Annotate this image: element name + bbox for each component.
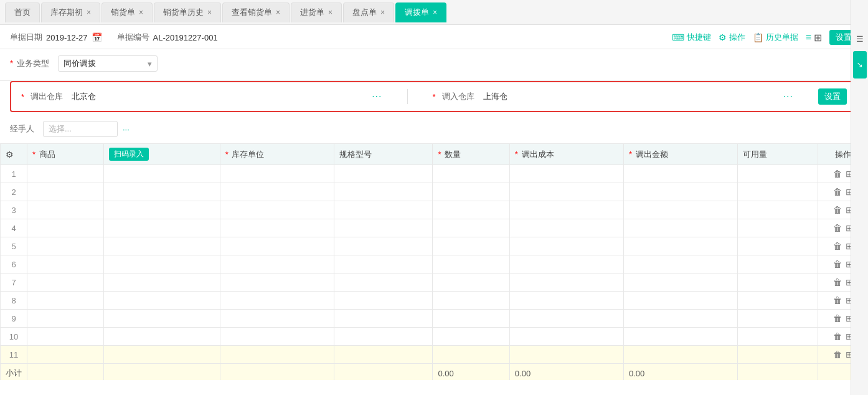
close-tab-sales-history[interactable]: ×: [207, 8, 212, 17]
cell-cost-2[interactable]: [509, 183, 623, 201]
cell-unit-8[interactable]: [220, 292, 334, 310]
tab-inventory-init[interactable]: 库存期初 ×: [41, 2, 100, 22]
cell-qty-9[interactable]: [433, 310, 509, 328]
cell-product-6[interactable]: [27, 255, 104, 274]
delete-icon-8[interactable]: 🗑: [833, 295, 842, 305]
tab-sales-history[interactable]: 销货单历史 ×: [154, 2, 221, 22]
cell-product-11[interactable]: [27, 346, 104, 364]
cell-amount-2[interactable]: [624, 183, 738, 201]
close-tab-sales-order[interactable]: ×: [139, 8, 143, 17]
cell-spec-1[interactable]: [334, 165, 433, 183]
sidebar-list-icon[interactable]: ☰: [852, 31, 867, 46]
cell-qty-11[interactable]: [433, 346, 509, 364]
cell-amount-9[interactable]: [624, 310, 738, 328]
cell-unit-6[interactable]: [220, 255, 334, 274]
tab-transfer[interactable]: 调拨单 ×: [395, 2, 446, 22]
close-tab-view-sales[interactable]: ×: [276, 8, 280, 17]
delete-icon-3[interactable]: 🗑: [833, 205, 842, 215]
delete-icon-10[interactable]: 🗑: [833, 331, 842, 341]
cell-spec-4[interactable]: [334, 219, 433, 237]
cell-spec-6[interactable]: [334, 255, 433, 274]
cell-product-2[interactable]: [27, 183, 104, 201]
cell-product-7[interactable]: [27, 274, 104, 292]
cell-unit-9[interactable]: [220, 310, 334, 328]
handler-select[interactable]: 选择...: [43, 121, 118, 137]
cell-amount-4[interactable]: [624, 219, 738, 237]
grid-view-icon[interactable]: ⊞: [814, 32, 822, 44]
delete-icon-1[interactable]: 🗑: [833, 169, 842, 179]
cell-unit-4[interactable]: [220, 219, 334, 237]
close-tab-inventory-init[interactable]: ×: [87, 8, 91, 17]
cell-spec-8[interactable]: [334, 292, 433, 310]
cell-qty-8[interactable]: [433, 292, 509, 310]
cell-cost-6[interactable]: [509, 255, 623, 274]
cell-amount-5[interactable]: [624, 237, 738, 255]
delete-icon-2[interactable]: 🗑: [833, 187, 842, 197]
shortcut-button[interactable]: ⌨ 快捷键: [672, 32, 711, 43]
scan-button[interactable]: 扫码录入: [109, 148, 149, 161]
cell-product-5[interactable]: [27, 237, 104, 255]
close-tab-transfer[interactable]: ×: [433, 8, 437, 17]
tab-view-sales[interactable]: 查看销货单 ×: [222, 2, 290, 22]
cell-amount-11[interactable]: [624, 346, 738, 364]
cell-cost-10[interactable]: [509, 328, 623, 346]
cell-spec-10[interactable]: [334, 328, 433, 346]
cell-unit-1[interactable]: [220, 165, 334, 183]
cell-amount-10[interactable]: [624, 328, 738, 346]
cell-spec-9[interactable]: [334, 310, 433, 328]
sidebar-expand-icon[interactable]: ↗: [853, 51, 867, 79]
cell-spec-5[interactable]: [334, 237, 433, 255]
cell-product-3[interactable]: [27, 201, 104, 219]
delete-icon-11[interactable]: 🗑: [833, 350, 842, 359]
cell-product-10[interactable]: [27, 328, 104, 346]
cell-cost-11[interactable]: [509, 346, 623, 364]
cell-spec-2[interactable]: [334, 183, 433, 201]
cell-qty-1[interactable]: [433, 165, 509, 183]
cell-unit-7[interactable]: [220, 274, 334, 292]
cell-qty-5[interactable]: [433, 237, 509, 255]
cell-qty-10[interactable]: [433, 328, 509, 346]
cell-cost-3[interactable]: [509, 201, 623, 219]
cell-product-4[interactable]: [27, 219, 104, 237]
cell-qty-6[interactable]: [433, 255, 509, 274]
cell-qty-4[interactable]: [433, 219, 509, 237]
cell-spec-7[interactable]: [334, 274, 433, 292]
cell-qty-2[interactable]: [433, 183, 509, 201]
close-tab-purchase-order[interactable]: ×: [328, 8, 333, 17]
tab-sales-order[interactable]: 销货单 ×: [101, 2, 153, 22]
cell-amount-1[interactable]: [624, 165, 738, 183]
tab-inventory-count[interactable]: 盘点单 ×: [343, 2, 394, 22]
cell-qty-7[interactable]: [433, 274, 509, 292]
col-gear[interactable]: ⚙: [1, 144, 27, 165]
cell-spec-3[interactable]: [334, 201, 433, 219]
cell-amount-3[interactable]: [624, 201, 738, 219]
cell-amount-7[interactable]: [624, 274, 738, 292]
cell-qty-3[interactable]: [433, 201, 509, 219]
cell-unit-2[interactable]: [220, 183, 334, 201]
transfer-in-more-icon[interactable]: ···: [783, 91, 793, 102]
calendar-icon[interactable]: 📅: [92, 32, 102, 42]
cell-cost-8[interactable]: [509, 292, 623, 310]
cell-cost-4[interactable]: [509, 219, 623, 237]
cell-spec-11[interactable]: [334, 346, 433, 364]
business-type-select[interactable]: 同价调拨 ▾: [58, 55, 158, 72]
cell-cost-9[interactable]: [509, 310, 623, 328]
cell-unit-3[interactable]: [220, 201, 334, 219]
warehouse-setting-button[interactable]: 设置: [818, 88, 847, 105]
operation-button[interactable]: ⚙ 操作: [719, 32, 745, 43]
list-view-icon[interactable]: ≡: [806, 32, 811, 44]
cell-unit-10[interactable]: [220, 328, 334, 346]
tab-purchase-order[interactable]: 进货单 ×: [291, 2, 342, 22]
delete-icon-5[interactable]: 🗑: [833, 241, 842, 251]
handler-more-icon[interactable]: ···: [123, 125, 130, 134]
cell-amount-8[interactable]: [624, 292, 738, 310]
delete-icon-4[interactable]: 🗑: [833, 223, 842, 233]
cell-unit-5[interactable]: [220, 237, 334, 255]
cell-cost-7[interactable]: [509, 274, 623, 292]
cell-product-8[interactable]: [27, 292, 104, 310]
cell-product-1[interactable]: [27, 165, 104, 183]
cell-cost-5[interactable]: [509, 237, 623, 255]
table-settings-icon[interactable]: ⚙: [6, 150, 14, 159]
history-button[interactable]: 📋 历史单据: [753, 32, 798, 43]
cell-unit-11[interactable]: [220, 346, 334, 364]
